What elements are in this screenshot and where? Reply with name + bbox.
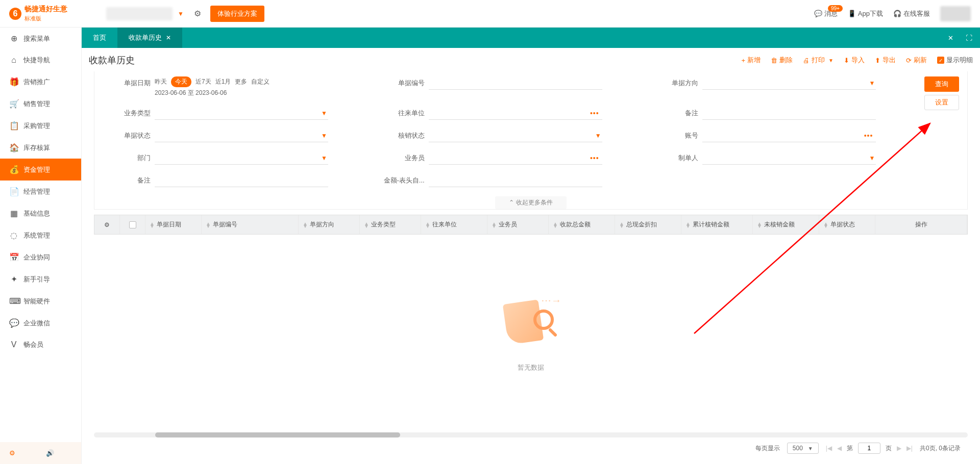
sidebar-item-inventory[interactable]: 🏠库存核算 <box>0 137 81 159</box>
add-button[interactable]: +新增 <box>742 56 761 65</box>
prev-page-button[interactable]: ◀ <box>837 445 842 452</box>
next-page-button[interactable]: ▶ <box>897 445 901 452</box>
column-header-verified[interactable]: ▲▼累计核销金额 <box>681 215 753 234</box>
horizontal-scrollbar[interactable] <box>94 432 968 437</box>
filter-label-direction: 单据方向 <box>647 76 698 88</box>
filter-input-amount[interactable] <box>429 174 602 187</box>
filter-select-partner[interactable]: ••• <box>429 107 602 120</box>
user-avatar[interactable] <box>940 6 971 21</box>
column-header-operation: 操作 <box>875 215 967 234</box>
sidebar-item-marketing[interactable]: 🎁营销推广 <box>0 71 81 93</box>
scrollbar-thumb[interactable] <box>155 432 400 437</box>
filter-label-amount-header: 金额-表头自... <box>374 174 425 185</box>
filter-select-direction[interactable]: ▼ <box>702 76 876 90</box>
first-page-button[interactable]: |◀ <box>826 445 832 452</box>
filter-select-account[interactable]: ••• <box>702 129 876 142</box>
filter-select-salesman[interactable]: ••• <box>429 151 602 165</box>
refresh-button[interactable]: ⟳刷新 <box>906 56 927 65</box>
column-header-docno[interactable]: ▲▼单据编号 <box>202 215 299 234</box>
column-header-date[interactable]: ▲▼单据日期 <box>145 215 202 234</box>
date-more[interactable]: 更多 <box>235 78 247 86</box>
close-icon[interactable]: ✕ <box>166 34 171 41</box>
device-icon: ⌨ <box>9 296 18 306</box>
sidebar-item-quicknav[interactable]: ⌂快捷导航 <box>0 49 81 71</box>
settings-icon[interactable]: ⚙ <box>9 449 15 457</box>
column-header-biztype[interactable]: ▲▼业务类型 <box>360 215 421 234</box>
money-icon: 💰 <box>9 165 18 174</box>
sidebar-item-sales[interactable]: 🛒销售管理 <box>0 93 81 115</box>
fullscreen-icon[interactable]: ⛶ <box>961 30 977 46</box>
close-all-icon[interactable]: ✕ <box>942 30 959 46</box>
sidebar-item-hardware[interactable]: ⌨智能硬件 <box>0 290 81 312</box>
filter-select-creator[interactable]: ▼ <box>702 151 876 165</box>
gear-icon[interactable]: ⚙ <box>194 9 201 18</box>
import-button[interactable]: ⬇导入 <box>844 56 865 65</box>
sidebar-item-operation[interactable]: 📄经营管理 <box>0 181 81 202</box>
date-yesterday[interactable]: 昨天 <box>155 78 167 86</box>
column-header-salesman[interactable]: ▲▼业务员 <box>487 215 549 234</box>
page-title: 收款单历史 <box>89 54 135 66</box>
logo-sublabel: 标准版 <box>24 15 67 22</box>
sidebar-item-collab[interactable]: 📅企业协同 <box>0 246 81 268</box>
export-button[interactable]: ⬆导出 <box>875 56 896 65</box>
tab-receipt-history[interactable]: 收款单历史 ✕ <box>117 28 182 48</box>
date-today[interactable]: 今天 <box>171 76 191 87</box>
trial-plan-button[interactable]: 体验行业方案 <box>210 6 264 22</box>
sidebar-item-purchase[interactable]: 📋采购管理 <box>0 115 81 137</box>
filter-label-partner: 往来单位 <box>374 107 425 118</box>
filter-label-remark: 备注 <box>647 107 698 118</box>
collapse-filters-button[interactable]: ⌃ 收起更多条件 <box>495 196 567 209</box>
tab-home[interactable]: 首页 <box>82 28 117 48</box>
query-button[interactable]: 查询 <box>924 76 959 92</box>
column-header-direction[interactable]: ▲▼单据方向 <box>299 215 360 234</box>
online-service-link[interactable]: 🎧 在线客服 <box>893 9 930 18</box>
date-custom[interactable]: 自定义 <box>251 78 270 86</box>
export-icon: ⬆ <box>875 57 880 64</box>
column-header-status[interactable]: ▲▼单据状态 <box>819 215 875 234</box>
date-last-month[interactable]: 近1月 <box>215 78 231 86</box>
filter-label-docno: 单据编号 <box>374 76 425 88</box>
sidebar-item-guide[interactable]: ✦新手引导 <box>0 268 81 290</box>
column-header-unverified[interactable]: ▲▼未核销金额 <box>753 215 819 234</box>
show-detail-toggle[interactable]: ✓显示明细 <box>937 56 973 65</box>
column-header-discount[interactable]: ▲▼总现金折扣 <box>615 215 681 234</box>
app-download-link[interactable]: 📱 App下载 <box>848 9 883 18</box>
filter-select-department[interactable]: ▼ <box>155 151 328 165</box>
company-selector[interactable]: ▼ <box>106 7 184 20</box>
last-page-button[interactable]: ▶| <box>906 445 913 452</box>
plus-icon: + <box>742 57 746 64</box>
home-icon: ⌂ <box>9 56 18 65</box>
cart-icon: 🛒 <box>9 99 18 109</box>
filter-label-account: 账号 <box>647 129 698 140</box>
filter-label-biztype: 业务类型 <box>100 107 151 118</box>
column-header-amount[interactable]: ▲▼收款总金额 <box>549 215 615 234</box>
sidebar-item-member[interactable]: V畅会员 <box>0 334 81 355</box>
filter-input-remark2[interactable] <box>155 174 328 187</box>
chevron-up-icon: ⌃ <box>509 199 514 206</box>
sidebar-item-system[interactable]: ◌系统管理 <box>0 224 81 246</box>
select-all-checkbox[interactable] <box>120 215 145 234</box>
empty-text: 暂无数据 <box>518 363 544 372</box>
page-number-input[interactable] <box>858 443 880 454</box>
print-button[interactable]: 🖨打印▼ <box>803 56 834 65</box>
gear-icon: ⚙ <box>104 221 110 228</box>
search-icon: ⊕ <box>9 34 18 43</box>
sort-icon: ▲▼ <box>303 222 308 227</box>
filter-select-docstatus[interactable]: ▼ <box>155 129 328 142</box>
filter-select-verifystatus[interactable]: ▼ <box>429 129 602 142</box>
sidebar-item-funds[interactable]: 💰资金管理 <box>0 159 81 181</box>
filter-input-docno[interactable] <box>429 76 602 90</box>
date-last7[interactable]: 近7天 <box>195 78 211 86</box>
sidebar-item-search[interactable]: ⊕搜索菜单 <box>0 28 81 49</box>
sidebar-item-basicinfo[interactable]: ▦基础信息 <box>0 202 81 224</box>
column-settings-button[interactable]: ⚙ <box>94 215 120 234</box>
filter-input-remark[interactable] <box>702 107 876 120</box>
settings-button[interactable]: 设置 <box>924 95 959 110</box>
sidebar-item-wechat[interactable]: 💬企业微信 <box>0 312 81 334</box>
page-size-select[interactable]: 500 ▼ <box>787 443 819 454</box>
sound-icon[interactable]: 🔊 <box>46 449 54 457</box>
column-header-partner[interactable]: ▲▼往来单位 <box>421 215 487 234</box>
messages-link[interactable]: 💬 消息 99+ <box>814 9 838 18</box>
filter-select-biztype[interactable]: ▼ <box>155 107 328 120</box>
delete-button[interactable]: 🗑删除 <box>771 56 793 65</box>
